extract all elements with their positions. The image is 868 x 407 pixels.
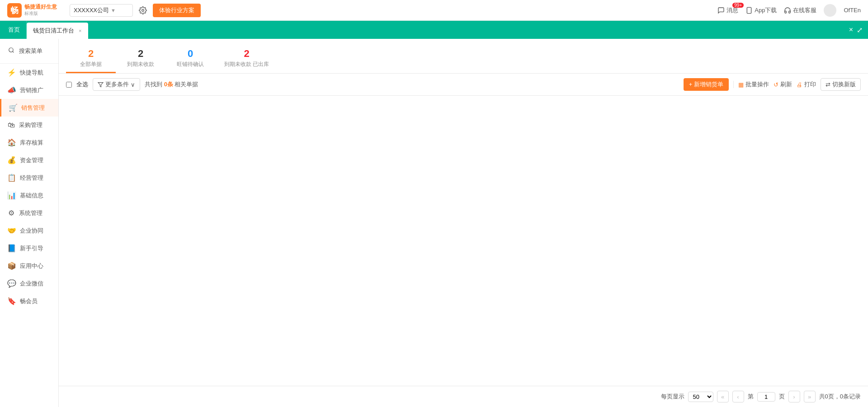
- sidebar-label-guide: 新手引导: [20, 244, 43, 253]
- sidebar-item-inventory[interactable]: 🏠库存核算: [0, 134, 58, 151]
- topbar-left: 畅 畅捷通好生意 标准版 XXXXXX公司 ▼ 体验行业方案: [7, 3, 201, 18]
- filter-label: 更多条件: [105, 80, 129, 89]
- settings-icon[interactable]: [137, 4, 149, 17]
- sidebar-label-purchase: 采购管理: [19, 121, 42, 129]
- pagination-bar: 每页显示 50 10 20 100 « ‹ 第 页 › » 共0页，0条记录: [59, 386, 868, 407]
- select-all-checkbox[interactable]: [66, 82, 72, 88]
- sidebar-item-guide[interactable]: 📘新手引导: [0, 239, 58, 257]
- tab-expand-btn[interactable]: ⤢: [857, 26, 863, 34]
- sidebar-item-marketing[interactable]: 📣营销推广: [0, 81, 58, 99]
- sidebar-search[interactable]: 搜索菜单: [0, 42, 58, 60]
- sidebar-label-wechat: 企业微信: [20, 280, 43, 288]
- found-text: 共找到 0条 相关单据: [145, 80, 198, 89]
- page-label: 第: [748, 393, 754, 401]
- last-page-icon: »: [808, 393, 811, 400]
- sidebar-item-quick-nav[interactable]: ⚡快捷导航: [0, 64, 58, 81]
- system-icon: ⚙: [7, 209, 15, 217]
- refresh-button[interactable]: ↺ 刷新: [774, 80, 792, 89]
- wb-tab-all[interactable]: 2全部单据: [66, 44, 116, 73]
- logo-icon: 畅: [7, 3, 22, 18]
- svg-point-3: [9, 48, 13, 52]
- wb-tab-count-all: 2: [88, 48, 94, 60]
- per-page-select[interactable]: 50 10 20 100: [688, 392, 713, 402]
- first-page-btn[interactable]: «: [717, 391, 729, 402]
- sidebar-label-app-center: 应用中心: [20, 262, 43, 270]
- logo-sub: 标准版: [24, 10, 57, 17]
- first-page-icon: «: [721, 393, 724, 400]
- app-center-icon: 📦: [7, 262, 16, 270]
- switch-version-button[interactable]: ⇄ 切换新版: [821, 78, 861, 91]
- sidebar-item-system[interactable]: ⚙系统管理: [0, 204, 58, 222]
- wb-tab-shipped[interactable]: 2到期未收款 已出库: [215, 44, 278, 73]
- toolbar-right: + 新增销货单 ▦ 批量操作 ↺ 刷新 🖨 打印 ⇄ 切换新版: [684, 78, 861, 91]
- workbench-header: 2全部单据2到期未收款0旺铺待确认2到期未收款 已出库: [59, 39, 868, 74]
- sidebar-item-wechat[interactable]: 💬企业微信: [0, 275, 58, 292]
- select-all-label: 全选: [76, 80, 88, 89]
- prev-page-btn[interactable]: ‹: [732, 391, 744, 402]
- batch-button[interactable]: ▦ 批量操作: [738, 80, 769, 89]
- wechat-icon: 💬: [7, 279, 16, 288]
- wb-tab-overdue[interactable]: 2到期未收款: [116, 44, 165, 73]
- wb-tab-pending[interactable]: 0旺铺待确认: [165, 44, 215, 73]
- logo-area: 畅 畅捷通好生意 标准版: [7, 3, 66, 18]
- tab-home[interactable]: 首页: [2, 21, 27, 39]
- svg-marker-5: [98, 82, 103, 87]
- online-service-button[interactable]: 在线客服: [784, 6, 816, 14]
- batch-icon: ▦: [738, 81, 744, 88]
- print-button[interactable]: 🖨 打印: [797, 80, 816, 89]
- tab-close-icon[interactable]: ×: [79, 28, 81, 33]
- inventory-icon: 🏠: [7, 138, 16, 147]
- quick-nav-icon: ⚡: [7, 68, 16, 77]
- message-badge: 99+: [732, 3, 744, 8]
- company-selector[interactable]: XXXXXX公司 ▼: [70, 4, 133, 17]
- toolbar: 全选 更多条件 ∨ 共找到 0条 相关单据 + 新增销货单 ▦ 批量操作: [59, 74, 868, 96]
- print-icon: 🖨: [797, 81, 802, 88]
- app-download-label: App下载: [755, 6, 777, 14]
- sidebar-items: ⚡快捷导航📣营销推广🛒销售管理🛍采购管理🏠库存核算💰资金管理📋经营管理📊基础信息…: [0, 64, 58, 310]
- tab-home-label: 首页: [8, 26, 20, 34]
- sidebar-item-purchase[interactable]: 🛍采购管理: [0, 117, 58, 134]
- sidebar-item-member[interactable]: 🔖畅会员: [0, 292, 58, 310]
- filter-button[interactable]: 更多条件 ∨: [93, 78, 140, 91]
- add-sale-button[interactable]: + 新增销货单: [684, 78, 729, 91]
- switch-icon: ⇄: [826, 81, 830, 88]
- wb-tab-label-all: 全部单据: [80, 61, 102, 68]
- basic-info-icon: 📊: [7, 191, 16, 200]
- svg-line-4: [13, 51, 14, 53]
- wb-tab-label-pending: 旺铺待确认: [177, 61, 204, 68]
- search-icon: [7, 47, 15, 55]
- sidebar-label-sales: 销售管理: [21, 104, 45, 112]
- marketing-icon: 📣: [7, 86, 16, 94]
- avatar[interactable]: [824, 4, 836, 17]
- tabbar: 首页 钱货日清工作台 × × ⤢: [0, 21, 868, 39]
- toolbar-left: 全选 更多条件 ∨ 共找到 0条 相关单据: [66, 78, 678, 91]
- finance-icon: 💰: [7, 156, 16, 164]
- experience-button[interactable]: 体验行业方案: [153, 4, 201, 17]
- sidebar-item-app-center[interactable]: 📦应用中心: [0, 257, 58, 275]
- tab-workbench[interactable]: 钱货日清工作台 ×: [27, 23, 88, 39]
- next-page-icon: ›: [793, 393, 795, 400]
- sidebar-item-enterprise[interactable]: 🤝企业协同: [0, 222, 58, 239]
- message-button[interactable]: 消息 99+: [717, 6, 738, 14]
- sidebar-item-basic-info[interactable]: 📊基础信息: [0, 187, 58, 204]
- next-page-btn[interactable]: ›: [788, 391, 800, 402]
- topbar: 畅 畅捷通好生意 标准版 XXXXXX公司 ▼ 体验行业方案 消息 99+ Ap…: [0, 0, 868, 21]
- sidebar-label-enterprise: 企业协同: [20, 227, 43, 235]
- sales-icon: 🛒: [9, 103, 18, 112]
- sidebar-item-sales[interactable]: 🛒销售管理: [0, 99, 58, 117]
- sidebar-label-system: 系统管理: [19, 209, 42, 217]
- company-name: XXXXXX公司: [74, 6, 109, 14]
- online-service-label: 在线客服: [793, 6, 816, 14]
- page-input[interactable]: [757, 392, 775, 402]
- tab-close-window-btn[interactable]: ×: [849, 26, 853, 34]
- sidebar-search-area: 搜索菜单: [0, 39, 58, 64]
- refresh-icon: ↺: [774, 81, 778, 88]
- sidebar-item-finance[interactable]: 💰资金管理: [0, 151, 58, 169]
- sidebar-label-quick-nav: 快捷导航: [20, 69, 43, 77]
- sidebar-item-operations[interactable]: 📋经营管理: [0, 169, 58, 187]
- logo-text: 畅捷通好生意: [24, 4, 57, 10]
- app-download-button[interactable]: App下载: [745, 6, 777, 14]
- found-count: 0条: [164, 81, 173, 88]
- last-page-btn[interactable]: »: [804, 391, 816, 402]
- user-name[interactable]: OfTEn: [844, 7, 861, 14]
